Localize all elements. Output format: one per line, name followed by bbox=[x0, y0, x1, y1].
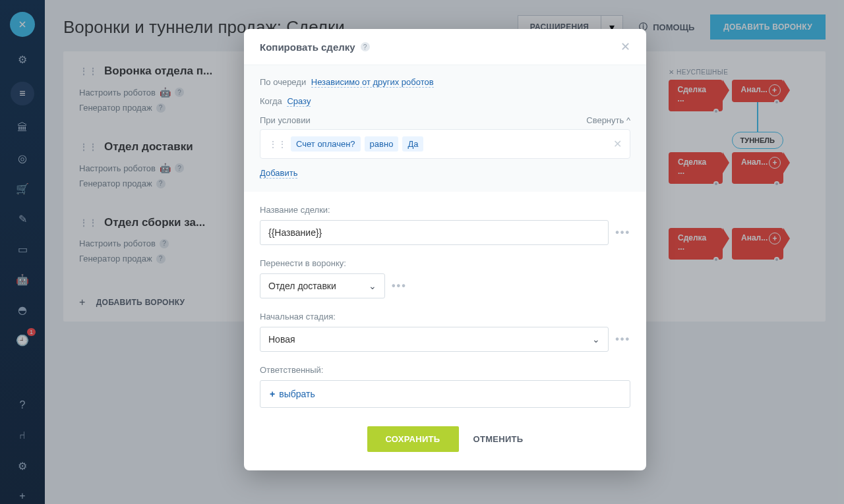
condition-row: ⋮⋮ Счет оплачен? равно Да ✕ bbox=[260, 129, 630, 159]
select-value: Новая bbox=[268, 334, 295, 345]
hint-icon[interactable]: ? bbox=[361, 42, 370, 51]
cond-operator[interactable]: равно bbox=[365, 136, 399, 152]
save-button[interactable]: СОХРАНИТЬ bbox=[367, 426, 459, 452]
move-to-funnel-select[interactable]: Отдел доставки ⌄ bbox=[260, 273, 385, 298]
select-value: Отдел доставки bbox=[268, 281, 336, 291]
responsible-field: + выбрать bbox=[260, 380, 630, 408]
queue-label: По очереди bbox=[260, 77, 306, 87]
condition-label: При условии bbox=[260, 115, 311, 125]
copy-deal-modal: Копировать сделку ? ✕ По очереди Независ… bbox=[244, 29, 646, 470]
when-label: Когда bbox=[260, 96, 282, 106]
remove-condition-icon[interactable]: ✕ bbox=[613, 138, 622, 150]
deal-name-input[interactable] bbox=[260, 220, 609, 245]
responsible-label: Ответственный: bbox=[260, 365, 630, 375]
move-to-funnel-label: Перенести в воронку: bbox=[260, 258, 630, 268]
cond-value[interactable]: Да bbox=[402, 136, 423, 152]
chevron-down-icon: ⌄ bbox=[369, 281, 377, 291]
choose-responsible-button[interactable]: + выбрать bbox=[270, 389, 620, 399]
collapse-toggle[interactable]: Свернуть ^ bbox=[586, 115, 630, 125]
modal-title: Копировать сделку bbox=[260, 42, 355, 53]
cond-field[interactable]: Счет оплачен? bbox=[291, 136, 361, 152]
add-condition-link[interactable]: Добавить bbox=[260, 168, 297, 179]
initial-stage-select[interactable]: Новая ⌄ bbox=[260, 327, 609, 352]
modal-close-icon[interactable]: ✕ bbox=[620, 40, 630, 54]
more-options-icon[interactable]: ••• bbox=[392, 280, 407, 292]
deal-name-label: Название сделки: bbox=[260, 205, 630, 215]
chevron-down-icon: ⌄ bbox=[592, 334, 600, 345]
queue-value-link[interactable]: Независимо от других роботов bbox=[311, 77, 434, 88]
drag-handle-icon[interactable]: ⋮⋮ bbox=[268, 142, 287, 147]
cancel-button[interactable]: ОТМЕНИТЬ bbox=[473, 426, 524, 452]
when-value-link[interactable]: Сразу bbox=[287, 96, 311, 107]
more-options-icon[interactable]: ••• bbox=[615, 227, 630, 238]
chevron-up-icon: ^ bbox=[626, 115, 630, 125]
plus-icon: + bbox=[270, 389, 275, 399]
more-options-icon[interactable]: ••• bbox=[615, 333, 630, 345]
initial-stage-label: Начальная стадия: bbox=[260, 312, 630, 322]
